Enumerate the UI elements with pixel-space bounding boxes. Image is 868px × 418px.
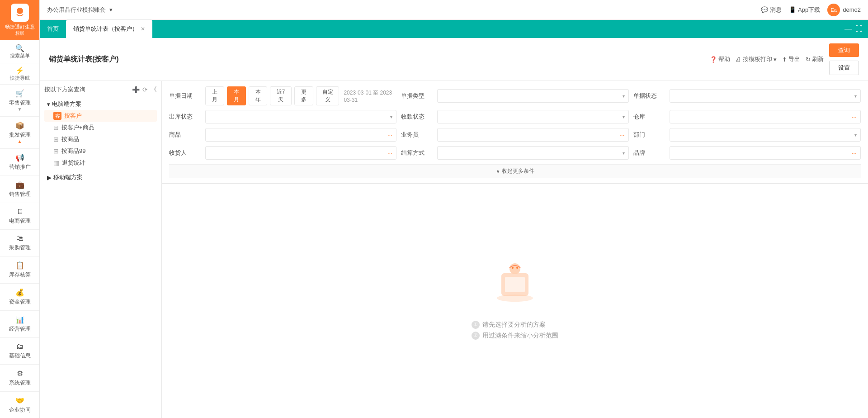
page-header: 销货单统计表(按客户) ❓ 帮助 🖨 按模板打印 ▾ ⬆ 导出 ↻ 刷新 bbox=[40, 38, 868, 81]
brand-more: ··· bbox=[851, 149, 857, 157]
tab-sales-stat[interactable]: 销货单统计表（按客户） ✕ bbox=[66, 20, 152, 38]
message-btn[interactable]: 💬 消息 bbox=[761, 6, 782, 14]
print-label: 按模板打印 bbox=[743, 55, 772, 63]
tree-item-by-customer-goods[interactable]: ⊞ 按客户+商品 bbox=[44, 122, 157, 133]
return-stat-icon: ▦ bbox=[53, 159, 59, 166]
receiver-cell: 收货人 ··· bbox=[169, 146, 396, 160]
logo[interactable]: 畅捷通好生意 标版 bbox=[0, 0, 39, 40]
sidebar-item-purchase[interactable]: 🛍 采购管理 bbox=[0, 230, 39, 256]
settlement-label: 结算方式 bbox=[401, 149, 437, 157]
export-btn[interactable]: ⬆ 导出 bbox=[782, 55, 800, 63]
date-btn-last-7days[interactable]: 近7天 bbox=[270, 86, 291, 105]
add-scheme-btn[interactable]: ➕ bbox=[132, 86, 140, 93]
settlement-arrow: ▾ bbox=[623, 151, 625, 156]
refresh-scheme-btn[interactable]: ⟳ bbox=[142, 86, 148, 93]
by-customer-goods-label: 按客户+商品 bbox=[61, 124, 94, 132]
purchase-icon: 🛍 bbox=[16, 234, 24, 242]
top-bar-right: 💬 消息 📱 App下载 Ea demo2 bbox=[761, 4, 861, 16]
print-btn[interactable]: 🖨 按模板打印 ▾ bbox=[736, 55, 777, 63]
sidebar-item-search[interactable]: 🔍 搜索菜单 bbox=[0, 40, 39, 63]
doc-status-field[interactable]: ▾ bbox=[670, 89, 861, 103]
page-actions: ❓ 帮助 🖨 按模板打印 ▾ ⬆ 导出 ↻ 刷新 查询 bbox=[710, 43, 859, 75]
out-status-cell: 出库状态 ▾ bbox=[169, 110, 396, 124]
svg-point-5 bbox=[512, 267, 514, 269]
sidebar-item-basic[interactable]: 🗂 基础信息 bbox=[0, 338, 39, 365]
sidebar-item-system[interactable]: ⚙ 系统管理 bbox=[0, 365, 39, 392]
basic-label: 基础信息 bbox=[9, 352, 31, 360]
main-area: 办公用品行业模拟账套 ▾ 💬 消息 📱 App下载 Ea demo2 首页 销货… bbox=[40, 0, 868, 418]
by-goods-icon: ⊞ bbox=[53, 136, 59, 143]
tree-section-mobile: ▶ 移动端方案 bbox=[44, 171, 157, 183]
system-label: 系统管理 bbox=[9, 379, 31, 387]
logo-subtitle: 标版 bbox=[15, 30, 24, 37]
sidebar-item-sales[interactable]: 💼 销售管理 bbox=[0, 176, 39, 203]
help-btn[interactable]: ❓ 帮助 bbox=[710, 55, 730, 63]
sidebar: 畅捷通好生意 标版 🔍 搜索菜单 ⚡ 快捷导航 🛒 零售管理 ▼ 📦 批发管理 … bbox=[0, 0, 40, 418]
receiver-field[interactable]: ··· bbox=[205, 146, 396, 160]
tree-parent-mobile[interactable]: ▶ 移动端方案 bbox=[44, 171, 157, 183]
out-status-field[interactable]: ▾ bbox=[205, 110, 396, 124]
tree-item-by-goods[interactable]: ⊞ 按商品 bbox=[44, 133, 157, 145]
sidebar-item-finance[interactable]: 💰 资金管理 bbox=[0, 284, 39, 311]
date-btn-custom[interactable]: 自定义 bbox=[316, 86, 340, 105]
dept-field[interactable]: ▾ bbox=[670, 128, 861, 142]
brand-label: 品牌 bbox=[633, 149, 670, 157]
date-btn-last-month[interactable]: 上月 bbox=[205, 86, 224, 105]
tab-close-icon[interactable]: ✕ bbox=[141, 26, 145, 32]
payment-status-label: 收款状态 bbox=[401, 113, 437, 121]
tree-item-by-goods-99[interactable]: ⊞ 按商品99 bbox=[44, 145, 157, 157]
export-icon: ⬆ bbox=[782, 56, 787, 63]
sidebar-item-retail[interactable]: 🛒 零售管理 ▼ bbox=[0, 85, 39, 117]
tab-bar: 首页 销货单统计表（按客户） ✕ — ⛶ bbox=[40, 20, 868, 38]
tree-section-pc: ▾ 电脑端方案 客 按客户 ⊞ 按客户+商品 ⊞ 按商品 bbox=[44, 98, 157, 169]
doc-type-field[interactable]: ▾ bbox=[437, 89, 628, 103]
collapse-bar[interactable]: ∧ 收起更多条件 bbox=[169, 164, 861, 178]
warehouse-field[interactable]: ··· bbox=[670, 110, 861, 124]
sidebar-item-ecommerce[interactable]: 🖥 电商管理 bbox=[0, 203, 39, 230]
tab-minimize-btn[interactable]: — bbox=[844, 25, 852, 33]
sidebar-item-inventory[interactable]: 📋 库存核算 bbox=[0, 256, 39, 284]
goods-field[interactable]: ··· bbox=[205, 128, 396, 142]
doc-type-arrow: ▾ bbox=[623, 94, 625, 99]
settings-button[interactable]: 设置 bbox=[829, 61, 859, 75]
purchase-label: 采购管理 bbox=[9, 244, 31, 252]
goods-cell: 商品 ··· bbox=[169, 128, 396, 142]
date-range: 2023-03-01 至 2023-03-31 bbox=[344, 89, 396, 103]
basic-icon: 🗂 bbox=[16, 342, 24, 351]
query-button[interactable]: 查询 bbox=[829, 43, 859, 57]
user-info[interactable]: Ea demo2 bbox=[827, 4, 861, 16]
date-btn-this-year[interactable]: 本年 bbox=[249, 86, 268, 105]
tree-parent-pc[interactable]: ▾ 电脑端方案 bbox=[44, 98, 157, 110]
collapse-icon: ∧ bbox=[496, 168, 500, 175]
date-btn-more[interactable]: 更多 bbox=[294, 86, 313, 105]
sidebar-item-business[interactable]: 📊 经营管理 bbox=[0, 311, 39, 338]
payment-status-field[interactable]: ▾ bbox=[437, 110, 628, 124]
refresh-btn[interactable]: ↻ 刷新 bbox=[806, 55, 824, 63]
staff-more: ··· bbox=[619, 131, 625, 138]
sidebar-item-enterprise[interactable]: 🤝 企业协同 bbox=[0, 392, 39, 418]
app-download-btn[interactable]: 📱 App下载 bbox=[789, 6, 820, 14]
by-goods-99-icon: ⊞ bbox=[53, 147, 59, 155]
empty-text: ① 请先选择要分析的方案 ② 用过滤条件来缩小分析范围 bbox=[472, 321, 558, 342]
sidebar-item-wholesale[interactable]: 📦 批发管理 ▲ bbox=[0, 117, 39, 149]
settlement-field[interactable]: ▾ bbox=[437, 146, 628, 160]
goods-more: ··· bbox=[387, 131, 393, 138]
step2-num: ② bbox=[472, 332, 480, 340]
download-icon: 📱 bbox=[789, 6, 796, 13]
tab-home[interactable]: 首页 bbox=[40, 20, 66, 38]
tree-item-by-customer[interactable]: 客 按客户 bbox=[44, 110, 157, 122]
staff-field[interactable]: ··· bbox=[437, 128, 628, 142]
collapse-panel-btn[interactable]: 《 bbox=[151, 86, 157, 94]
system-icon: ⚙ bbox=[17, 369, 23, 378]
sales-tab-label: 销货单统计表（按客户） bbox=[73, 25, 138, 33]
sidebar-item-quicknav[interactable]: ⚡ 快捷导航 bbox=[0, 63, 39, 85]
date-btn-this-month[interactable]: 本月 bbox=[227, 86, 246, 105]
tab-maximize-btn[interactable]: ⛶ bbox=[855, 25, 863, 33]
brand-field[interactable]: ··· bbox=[670, 146, 861, 160]
user-name: demo2 bbox=[843, 6, 861, 13]
tree-item-return-stat[interactable]: ▦ 退货统计 bbox=[44, 157, 157, 169]
message-icon: 💬 bbox=[761, 6, 768, 13]
out-status-label: 出库状态 bbox=[169, 113, 205, 121]
sidebar-item-marketing[interactable]: 📢 营销推广 bbox=[0, 149, 39, 176]
receiver-more: ··· bbox=[387, 149, 393, 157]
